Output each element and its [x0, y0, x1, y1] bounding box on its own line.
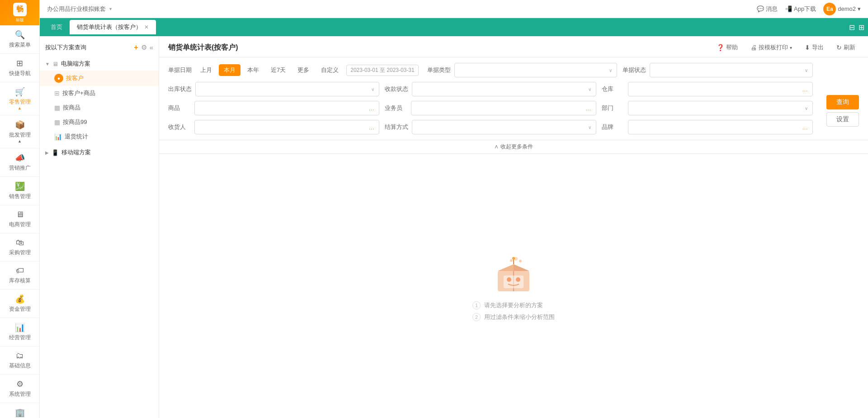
- ecommerce-icon: 🖥: [16, 210, 24, 219]
- export-btn[interactable]: ⬇ 导出: [801, 42, 827, 53]
- goods-select[interactable]: …: [194, 101, 379, 115]
- system-icon: ⚙: [16, 379, 24, 389]
- help-label: 帮助: [726, 43, 738, 52]
- date-tab-custom[interactable]: 自定义: [316, 64, 344, 76]
- group-name: 移动端方案: [61, 148, 91, 157]
- user-profile[interactable]: Ea demo2 ▾: [823, 3, 861, 15]
- doc-type-dropdown-icon: ∨: [609, 68, 612, 73]
- sidebar-item-marketing[interactable]: 📣 营销推广: [0, 148, 39, 177]
- sidebar: 畅 标版 🔍 搜索菜单 ⊞ 快捷导航 🛒 零售管理 ▲ 📦 批发管理 ▲ 📣 营…: [0, 0, 40, 418]
- collapse-panel-icon[interactable]: «: [150, 43, 153, 52]
- sidebar-item-label: 搜索菜单: [9, 41, 31, 49]
- breadcrumb-dropdown-icon[interactable]: ▾: [109, 6, 112, 11]
- marketing-icon: 📣: [15, 153, 25, 163]
- doc-status-label: 单据状态: [623, 66, 646, 74]
- top-header: 办公用品行业模拟账套 ▾ 💬 消息 📲 App下载 Ea demo2 ▾: [40, 0, 868, 18]
- sidebar-item-finance[interactable]: 💰 资金管理: [0, 290, 39, 318]
- filter-date: 单据日期 上月 本月 本年 近7天 更多 自定义 2023-03-01 至 20…: [168, 64, 422, 76]
- empty-state: 1 请先选择要分析的方案 2 用过滤条件来缩小分析范围: [159, 154, 868, 418]
- sidebar-item-purchase[interactable]: 🛍 采购管理: [0, 233, 39, 261]
- salesperson-select[interactable]: …: [411, 101, 596, 115]
- print-icon: 🖨: [750, 44, 757, 51]
- date-filter-controls: 上月 本月 本年 近7天 更多 自定义 2023-03-01 至 2023-03…: [195, 64, 422, 76]
- scheme-item-by-goods[interactable]: ▦ 按商品: [40, 100, 159, 115]
- sidebar-item-sales[interactable]: 💹 销售管理: [0, 177, 39, 205]
- sidebar-item-inventory[interactable]: 🏷 库存核算: [0, 261, 39, 290]
- help-btn[interactable]: ❓ 帮助: [713, 42, 741, 53]
- settlement-select[interactable]: ∨: [412, 120, 596, 134]
- scheme-item-label: 按客户+商品: [62, 89, 95, 97]
- empty-tips: 1 请先选择要分析的方案 2 用过滤条件来缩小分析范围: [472, 301, 555, 321]
- filter-area: 单据日期 上月 本月 本年 近7天 更多 自定义 2023-03-01 至 20…: [159, 57, 868, 140]
- tab-sales-stat[interactable]: 销货单统计表（按客户） ✕: [70, 20, 156, 34]
- sidebar-item-label: 批发管理: [9, 131, 31, 139]
- scheme-item-by-goods-99[interactable]: ▦ 按商品99: [40, 115, 159, 129]
- tab-bar: 首页 销货单统计表（按客户） ✕ ⊟ ⊞: [40, 18, 868, 36]
- page-content: 按以下方案查询 + ⚙ « ▼ 🖥 电脑端方案 ●: [40, 36, 868, 418]
- doc-status-select[interactable]: ∨: [650, 63, 813, 77]
- svg-point-7: [510, 259, 513, 262]
- sidebar-item-search[interactable]: 🔍 搜索菜单: [0, 25, 39, 54]
- receiver-label: 收货人: [168, 123, 191, 131]
- brand-select[interactable]: …: [628, 120, 813, 134]
- header-left: 办公用品行业模拟账套 ▾: [47, 5, 112, 13]
- date-tab-last7days[interactable]: 近7天: [266, 64, 291, 76]
- scheme-item-icon: ⊞: [54, 90, 60, 97]
- brand-label: 品牌: [602, 123, 624, 131]
- salesperson-label: 业务员: [385, 104, 407, 112]
- warehouse-select[interactable]: …: [628, 82, 813, 96]
- scheme-group-desktop-header[interactable]: ▼ 🖥 电脑端方案: [40, 57, 159, 71]
- sidebar-item-label: 采购管理: [9, 249, 31, 256]
- date-tab-more[interactable]: 更多: [292, 64, 314, 76]
- tip-text-2: 用过滤条件来缩小分析范围: [484, 313, 555, 321]
- sidebar-item-ecommerce[interactable]: 🖥 电商管理: [0, 205, 39, 233]
- print-dropdown-icon: ▾: [790, 45, 792, 50]
- scheme-item-return-stat[interactable]: 📊 退货统计: [40, 129, 159, 144]
- sidebar-item-basic[interactable]: 🗂 基础信息: [0, 347, 39, 375]
- sidebar-item-label: 快捷导航: [9, 70, 31, 77]
- svg-rect-4: [504, 276, 524, 288]
- filter-settlement: 结算方式 ∨: [385, 120, 596, 134]
- template-print-btn[interactable]: 🖨 按模板打印 ▾: [747, 42, 796, 53]
- add-scheme-btn[interactable]: +: [134, 43, 138, 52]
- date-tab-currentyear[interactable]: 本年: [242, 64, 264, 76]
- tab-close-icon[interactable]: ✕: [144, 24, 149, 30]
- tab-home[interactable]: 首页: [43, 20, 70, 34]
- receiver-select[interactable]: …: [194, 120, 379, 134]
- sidebar-item-quicknav[interactable]: ⊞ 快捷导航: [0, 54, 39, 82]
- message-btn[interactable]: 💬 消息: [757, 5, 778, 13]
- app-download-btn[interactable]: 📲 App下载: [785, 5, 816, 13]
- sidebar-item-label: 系统管理: [9, 390, 31, 398]
- retail-icon: 🛒: [15, 87, 25, 97]
- doc-type-select[interactable]: ∨: [454, 63, 618, 77]
- filter-brand: 品牌 …: [602, 120, 813, 134]
- tab-minimize-icon[interactable]: ⊟: [849, 23, 855, 32]
- filter-doc-type: 单据类型 ∨: [427, 63, 618, 77]
- svg-marker-2: [514, 264, 529, 271]
- date-tab-currentmonth[interactable]: 本月: [219, 64, 241, 76]
- refresh-btn[interactable]: ↻ 刷新: [833, 42, 859, 53]
- tab-expand-icon[interactable]: ⊞: [859, 23, 864, 32]
- query-button[interactable]: 查询: [826, 95, 859, 109]
- out-status-select[interactable]: ∨: [195, 82, 379, 96]
- sidebar-item-enterprise[interactable]: 🏢 企业协同: [0, 403, 39, 418]
- settings-button[interactable]: 设置: [826, 112, 859, 127]
- sidebar-item-system[interactable]: ⚙ 系统管理: [0, 375, 39, 403]
- group-name: 电脑端方案: [61, 60, 90, 68]
- sidebar-item-wholesale[interactable]: 📦 批发管理 ▲: [0, 115, 39, 148]
- receipt-status-select[interactable]: ∨: [412, 82, 596, 96]
- collapse-bar[interactable]: ∧ 收起更多条件: [159, 140, 868, 154]
- department-select[interactable]: ∨: [628, 101, 813, 115]
- scheme-group-mobile: ▶ 📱 移动端方案: [40, 146, 159, 159]
- tip-num-2: 2: [472, 313, 481, 321]
- date-range-display[interactable]: 2023-03-01 至 2023-03-31: [346, 65, 418, 76]
- scheme-item-by-customer[interactable]: ● 按客户: [40, 71, 159, 86]
- sidebar-item-retail[interactable]: 🛒 零售管理 ▲: [0, 82, 39, 115]
- sidebar-item-operations[interactable]: 📊 经营管理: [0, 318, 39, 347]
- sidebar-item-label: 营销推广: [9, 164, 31, 172]
- scheme-group-mobile-header[interactable]: ▶ 📱 移动端方案: [40, 146, 159, 159]
- settings-scheme-icon[interactable]: ⚙: [141, 43, 147, 52]
- date-tab-lastmonth[interactable]: 上月: [195, 64, 217, 76]
- tab-home-label: 首页: [51, 23, 62, 31]
- scheme-item-by-customer-goods[interactable]: ⊞ 按客户+商品: [40, 86, 159, 100]
